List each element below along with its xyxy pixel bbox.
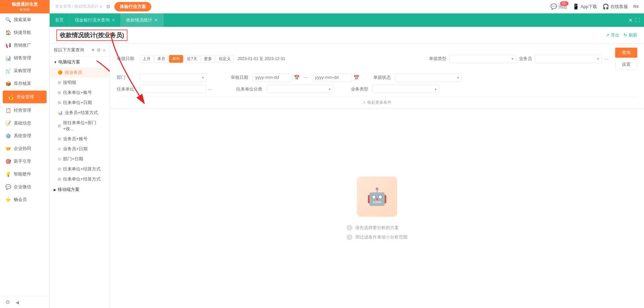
salesperson-date-icon: ⊙: [58, 147, 61, 151]
scheme-item-salesperson-settle[interactable]: 📊 业务员+结算方式: [50, 108, 110, 118]
scheme-label: 业务员+账号: [63, 136, 88, 142]
sidebar-item-basic-info[interactable]: 📝 基础信息: [0, 117, 49, 130]
sidebar-settings-icon[interactable]: ⚙: [5, 299, 10, 305]
messages-badge: 99+: [560, 1, 569, 6]
sidebar-item-member[interactable]: ⭐ 畅会员: [0, 193, 49, 206]
user-name[interactable]: Rit: [633, 4, 639, 9]
tab-expand-icon[interactable]: ⛶: [635, 17, 640, 23]
scheme-settings-icon[interactable]: ⚙: [97, 47, 101, 53]
step-num-1: 1: [346, 225, 353, 231]
online-support-button[interactable]: 🎧 在线客服: [602, 3, 628, 10]
unit-date-icon: ⊞: [58, 100, 61, 105]
scheme-group-desktop-header[interactable]: ▼ 电脑端方案: [50, 57, 110, 67]
tab-collection-stats[interactable]: 收款情况统计 ✕: [121, 13, 163, 27]
sidebar-label: 畅会员: [14, 197, 27, 203]
date-btn-this-year[interactable]: 本年: [169, 55, 183, 63]
date-btn-custom[interactable]: 自定义: [216, 55, 234, 63]
doc-type-select[interactable]: [449, 55, 516, 63]
tab-close-icon[interactable]: ✕: [112, 18, 115, 22]
counterpart-input-wrapper: ···: [140, 85, 212, 93]
doc-status-select[interactable]: [395, 73, 462, 82]
counterpart-input[interactable]: [140, 85, 207, 93]
tab-bank-flow[interactable]: 现金银行流水查询 ✕: [69, 13, 121, 27]
sidebar-item-finance[interactable]: 💰 资金管理: [3, 91, 47, 103]
export-button[interactable]: ↗ 导出: [606, 32, 620, 38]
sidebar-item-operations[interactable]: 📋 经营管理: [0, 104, 49, 117]
tab-close-icon2[interactable]: ✕: [154, 18, 158, 22]
sidebar-item-inventory[interactable]: 📦 库存核算: [0, 77, 49, 90]
tab-close-window-icon[interactable]: ✕: [628, 17, 633, 23]
sidebar-label: 经营管理: [14, 107, 31, 113]
group-label: 电脑端方案: [58, 59, 80, 65]
main-content-area: 按以下方案查询 + ⚙ « ▼ 电脑端方案 🟠 按业务员: [50, 44, 644, 308]
biz-type-select[interactable]: [372, 85, 439, 93]
scheme-item-salesperson-date[interactable]: ⊙ 业务员+日期: [50, 144, 110, 154]
operations-icon: 📋: [5, 108, 11, 113]
add-scheme-icon[interactable]: +: [92, 47, 95, 53]
scheme-group-mobile-header[interactable]: ▶ 移动端方案: [50, 184, 110, 195]
sidebar-collapse-icon[interactable]: ◀: [15, 300, 19, 305]
date-btn-7days[interactable]: 近7天: [184, 55, 200, 63]
member-icon: ⭐: [5, 197, 11, 202]
scheme-label: 往来单位+结算方式: [63, 176, 101, 182]
empty-state-area: 🤖 1 请先选择要分析的方案 2 用过滤条件来缩小分析范围: [110, 108, 644, 308]
sidebar-item-quick-nav[interactable]: 🏠 快捷导航: [0, 26, 49, 39]
gear-icon-top[interactable]: ⚙: [106, 4, 110, 10]
logo-text: 畅捷通好生意: [12, 1, 38, 7]
sidebar-bottom-bar: ⚙ ◀: [0, 296, 49, 308]
review-date-from-input[interactable]: [252, 73, 292, 82]
unit-settle-icon: ⊞: [58, 167, 61, 171]
scheme-item-unit-account[interactable]: ⊞ 往来单位+账号: [50, 88, 110, 98]
messages-button[interactable]: 💬 消息 99+: [550, 3, 567, 10]
scheme-item-unit-dept[interactable]: ⊞ 按往来单位+部门+收...: [50, 118, 110, 134]
sidebar-item-wechat[interactable]: 💬 企业微信: [0, 181, 49, 193]
calendar-to-icon[interactable]: 📅: [354, 75, 359, 80]
scheme-collapse-icon[interactable]: «: [103, 47, 106, 53]
salesperson-select-wrapper: ▾: [535, 55, 602, 63]
sidebar-item-sales[interactable]: 📊 销售管理: [0, 52, 49, 64]
scheme-item-unit-settle2[interactable]: ⊞ 往来单位+结算方式: [50, 174, 110, 184]
step-num-2: 2: [346, 234, 353, 240]
counterpart-more-icon[interactable]: ···: [208, 87, 212, 92]
salesperson-select[interactable]: [535, 55, 602, 63]
scheme-item-unit-settle[interactable]: ⊞ 往来单位+结算方式: [50, 164, 110, 174]
scheme-item-salesperson-account[interactable]: ⊞ 业务员+账号: [50, 134, 110, 144]
content-area: 首页 现金银行流水查询 ✕ 收款情况统计 ✕ ✕ ⛶ 收款情况统计(按业务员) …: [50, 13, 644, 308]
tab-home[interactable]: 首页: [50, 13, 69, 27]
query-button[interactable]: 查询: [615, 48, 637, 58]
date-btn-more[interactable]: 更多: [201, 55, 215, 63]
home-tab-label: 首页: [55, 17, 64, 23]
sidebar-item-purchase[interactable]: 🛒 采购管理: [0, 64, 49, 77]
scheme-item-by-detail[interactable]: ⊞ 按明细: [50, 78, 110, 88]
query-panel: 按以下方案查询 + ⚙ « ▼ 电脑端方案 🟠 按业务员: [50, 44, 110, 308]
sidebar-item-enterprise[interactable]: 🤝 企业协同: [0, 142, 49, 155]
scheme-item-dept-date[interactable]: ⊙ 部门+日期: [50, 154, 110, 164]
salesperson-scheme-icon: 🟠: [58, 70, 63, 75]
right-content: 单据日期 上月 本月 本年 近7天 更多 自定义 2023-01-01 至: [110, 44, 644, 308]
sidebar-item-system[interactable]: ⚙️ 系统管理: [0, 130, 49, 142]
collapse-bar[interactable]: ∧ 收起更多条件: [117, 97, 637, 108]
refresh-button[interactable]: ↻ 刷新: [624, 32, 637, 38]
date-btn-this-month[interactable]: 本月: [154, 55, 168, 63]
salesperson-more-icon[interactable]: ···: [604, 56, 608, 61]
refresh-label: 刷新: [629, 32, 637, 38]
calendar-from-icon[interactable]: 📅: [294, 75, 300, 80]
scheme-label: 按明细: [63, 80, 76, 86]
scheme-item-by-salesperson[interactable]: 🟠 按业务员: [50, 67, 110, 78]
review-date-to-input[interactable]: [312, 73, 352, 82]
counterpart-cat-select[interactable]: [266, 85, 333, 93]
salesperson-account-icon: ⊞: [58, 137, 61, 141]
sidebar-item-marketing[interactable]: 📢 营销推广: [0, 39, 49, 52]
sidebar-item-guide[interactable]: 🎯 新手引导: [0, 155, 49, 168]
app-download-button[interactable]: 📱 App下载: [573, 3, 597, 10]
sidebar-item-smart-hw[interactable]: 💡 智能硬件: [0, 168, 49, 181]
dept-select[interactable]: [140, 73, 207, 82]
date-btn-last-month[interactable]: 上月: [140, 55, 154, 63]
sidebar-item-search-menu[interactable]: 🔍 搜索菜单: [0, 13, 49, 26]
date-filter-label: 单据日期: [117, 56, 136, 62]
sidebar-label: 智能硬件: [14, 171, 31, 177]
settings-button[interactable]: 设置: [615, 59, 637, 70]
sidebar-label: 采购管理: [14, 68, 31, 74]
scheme-item-unit-date[interactable]: ⊞ 往来单位+日期: [50, 98, 110, 108]
trial-button[interactable]: 体验行业方案: [114, 2, 151, 11]
